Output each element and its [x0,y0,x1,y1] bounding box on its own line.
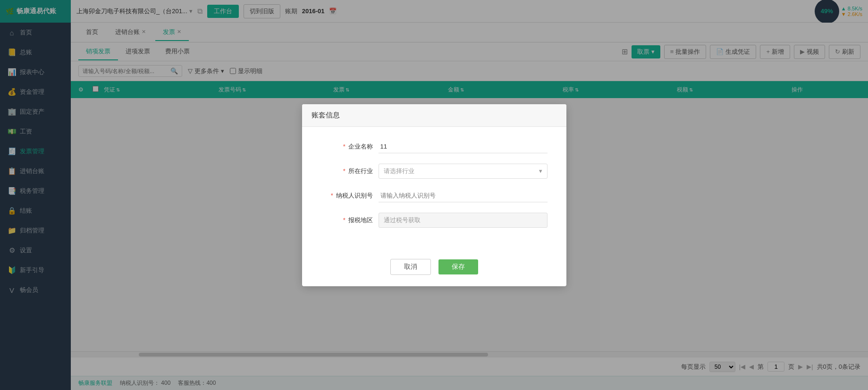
tax-region-row: * 报税地区 通过税号获取 [321,213,548,228]
save-button[interactable]: 保存 [438,259,478,274]
industry-row: * 所在行业 请选择行业 ▾ [321,164,548,179]
tax-id-row: * 纳税人识别号 [321,189,548,202]
tax-id-input[interactable] [379,189,548,202]
industry-label: * 所在行业 [321,167,373,175]
company-name-label: * 企业名称 [321,142,373,151]
tax-id-label: * 纳税人识别号 [321,191,373,200]
modal-footer: 取消 保存 [302,251,566,286]
cancel-button[interactable]: 取消 [390,259,431,275]
modal-title: 账套信息 [312,111,340,119]
tax-region-input: 通过税号获取 [379,213,548,228]
modal-body: * 企业名称 * 所在行业 请选择行业 ▾ * [302,127,566,251]
account-info-modal: 账套信息 * 企业名称 * 所在行业 请选择行业 ▾ [302,104,566,286]
tax-region-label: * 报税地区 [321,216,373,224]
industry-chevron-icon: ▾ [539,167,542,174]
industry-select[interactable]: 请选择行业 ▾ [379,164,548,179]
modal-overlay: 账套信息 * 企业名称 * 所在行业 请选择行业 ▾ [0,0,868,390]
industry-placeholder: 请选择行业 [384,167,414,175]
required-mark: * [343,143,346,150]
company-name-input[interactable] [379,140,548,153]
modal-header: 账套信息 [302,104,566,127]
company-name-row: * 企业名称 [321,140,548,153]
